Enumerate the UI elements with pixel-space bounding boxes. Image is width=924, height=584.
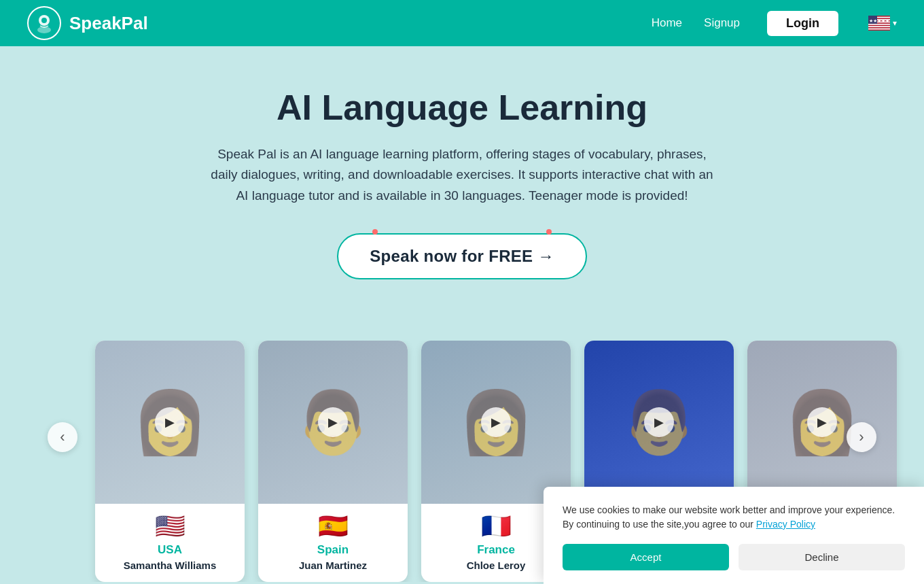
cookie-accept-button[interactable]: Accept — [563, 544, 729, 570]
play-button-yuki[interactable]: ▶ — [807, 407, 837, 437]
cookie-decline-button[interactable]: Decline — [739, 544, 905, 570]
nav-links: Home Signup Login ★★★★★★★★★★★★★★★★★★★★★★… — [652, 11, 897, 36]
language-selector[interactable]: ★★★★★★★★★★★★★★★★★★★★★★★★★★★★★★★★★★★★★★★★… — [868, 16, 897, 31]
tutor-img-yuki: 👩 ▶ — [747, 341, 897, 504]
cookie-banner: We use cookies to make our website work … — [544, 487, 924, 584]
tutor-name-juan: Juan Martinez — [258, 560, 408, 571]
nav-logo: SpeakPal — [27, 6, 652, 40]
svg-rect-7 — [868, 24, 890, 25]
tutor-img-juan: 👨 ▶ — [258, 341, 408, 504]
tutor-flag-juan: 🇪🇸 — [258, 512, 408, 540]
cta-button[interactable]: Speak now for FREE → — [337, 233, 586, 279]
tutor-name-samantha: Samantha Williams — [95, 560, 245, 571]
tutor-img-chloe: 👩 ▶ — [421, 341, 571, 504]
login-button[interactable]: Login — [767, 11, 838, 36]
hero-title: AI Language Learning — [14, 87, 910, 128]
svg-point-2 — [41, 18, 47, 23]
nav-signup-link[interactable]: Signup — [704, 16, 740, 30]
play-button-smith[interactable]: ▶ — [644, 407, 674, 437]
cookie-buttons: Accept Decline — [563, 544, 905, 570]
flag-chevron: ▾ — [893, 18, 897, 28]
svg-text:★★★★★★★★★★★★★★★★★★★★★★★★★★★★★★: ★★★★★★★★★★★★★★★★★★★★★★★★★★★★★★★★★★★★★★★★… — [869, 18, 890, 23]
carousel-next-button[interactable]: › — [847, 422, 876, 452]
tutor-img-smith: 👨 ▶ — [584, 341, 734, 504]
privacy-policy-link[interactable]: Privacy Policy — [756, 519, 815, 530]
hero-description: Speak Pal is an AI language learning pla… — [204, 144, 720, 206]
tutor-card-juan[interactable]: 👨 ▶ 🇪🇸 Spain Juan Martinez — [258, 341, 408, 582]
svg-rect-8 — [868, 26, 890, 27]
svg-rect-9 — [868, 29, 890, 30]
tutor-img-samantha: 👩 ▶ — [95, 341, 245, 504]
play-button-samantha[interactable]: ▶ — [155, 407, 185, 437]
tutor-country-juan: Spain — [258, 543, 408, 557]
tutor-country-samantha: USA — [95, 543, 245, 557]
carousel-prev-button[interactable]: ‹ — [48, 422, 77, 452]
play-button-juan[interactable]: ▶ — [318, 407, 348, 437]
cta-wrapper: Speak now for FREE → — [14, 233, 910, 279]
tutor-card-samantha[interactable]: 👩 ▶ 🇺🇸 USA Samantha Williams — [95, 341, 245, 582]
navbar: SpeakPal Home Signup Login ★★★★★★★★★★★★★… — [0, 0, 924, 46]
logo-icon — [27, 6, 61, 40]
tutor-flag-samantha: 🇺🇸 — [95, 512, 245, 540]
hero-section: AI Language Learning Speak Pal is an AI … — [0, 46, 924, 341]
play-button-chloe[interactable]: ▶ — [481, 407, 511, 437]
nav-home-link[interactable]: Home — [652, 16, 682, 30]
cookie-text: We use cookies to make our website work … — [563, 503, 905, 532]
logo-text: SpeakPal — [69, 13, 148, 34]
